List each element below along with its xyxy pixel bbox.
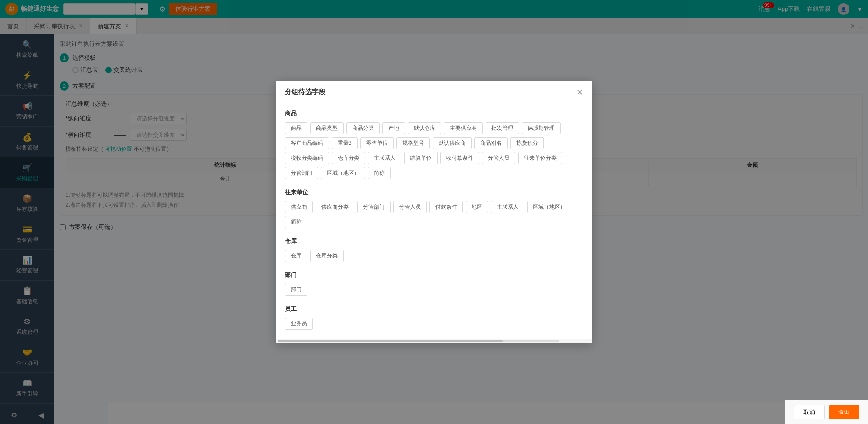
scroll-track xyxy=(278,340,559,342)
field-tag[interactable]: 业务员 xyxy=(285,318,313,330)
field-tag[interactable]: 收付款条件 xyxy=(440,152,479,164)
field-select-modal: 分组待选字段 ✕ 商品 商品 商品类型 商品分类 产地 默认仓库 主要供应商 批… xyxy=(276,81,592,343)
field-tag[interactable]: 供应商 xyxy=(285,201,313,213)
field-tag[interactable]: 供应商分类 xyxy=(316,201,354,213)
field-tag[interactable]: 产地 xyxy=(382,122,405,134)
field-tag[interactable]: 默认仓库 xyxy=(408,122,441,134)
field-tag[interactable]: 分管人员 xyxy=(482,152,515,164)
page-cancel-btn[interactable]: 取消 xyxy=(794,405,825,419)
field-tag[interactable]: 分管部门 xyxy=(357,201,391,213)
section-department-title: 部门 xyxy=(285,271,583,279)
page-bottom-actions: 取消 查询 xyxy=(785,400,868,424)
field-tag[interactable]: 仓库分类 xyxy=(310,250,344,262)
field-tag[interactable]: 商品分类 xyxy=(346,122,380,134)
field-tag[interactable]: 区域（地区） xyxy=(527,201,571,213)
modal-title: 分组待选字段 xyxy=(285,88,326,96)
field-tag[interactable]: 区域（地区） xyxy=(321,167,365,179)
section-department: 部门 部门 xyxy=(285,271,583,296)
section-goods: 商品 商品 商品类型 商品分类 产地 默认仓库 主要供应商 批次管理 保质期管理… xyxy=(285,110,583,179)
section-warehouse-tags: 仓库 仓库分类 xyxy=(285,250,583,262)
field-tag[interactable]: 简称 xyxy=(368,167,391,179)
field-tag[interactable]: 主联系人 xyxy=(491,201,524,213)
field-tag[interactable]: 部门 xyxy=(285,284,307,296)
page-confirm-btn[interactable]: 查询 xyxy=(829,405,859,419)
section-employee: 员工 业务员 xyxy=(285,305,583,330)
scroll-thumb[interactable] xyxy=(278,340,503,342)
section-partner-tags: 供应商 供应商分类 分管部门 分管人员 付款条件 地区 主联系人 区域（地区） … xyxy=(285,201,583,228)
field-tag[interactable]: 分管人员 xyxy=(393,201,427,213)
field-tag[interactable]: 批次管理 xyxy=(486,122,519,134)
section-warehouse-title: 仓库 xyxy=(285,237,583,245)
field-tag[interactable]: 规格型号 xyxy=(396,137,430,149)
section-goods-tags: 商品 商品类型 商品分类 产地 默认仓库 主要供应商 批次管理 保质期管理 客户… xyxy=(285,122,583,179)
field-tag[interactable]: 默认供应商 xyxy=(433,137,472,149)
section-employee-tags: 业务员 xyxy=(285,318,583,330)
field-tag[interactable]: 地区 xyxy=(466,201,488,213)
field-tag[interactable]: 主联系人 xyxy=(368,152,401,164)
field-tag[interactable]: 零售单位 xyxy=(360,137,394,149)
field-tag[interactable]: 主要供应商 xyxy=(444,122,483,134)
field-tag[interactable]: 商品 xyxy=(285,122,307,134)
field-tag[interactable]: 重量3 xyxy=(332,137,358,149)
modal-header: 分组待选字段 ✕ xyxy=(276,81,592,102)
field-tag[interactable]: 仓库 xyxy=(285,250,307,262)
modal-close-btn[interactable]: ✕ xyxy=(576,87,583,97)
field-tag[interactable]: 仓库分类 xyxy=(332,152,365,164)
field-tag[interactable]: 结算单位 xyxy=(404,152,438,164)
field-tag[interactable]: 付款条件 xyxy=(429,201,463,213)
field-tag[interactable]: 拣货积分 xyxy=(510,137,544,149)
modal-body: 商品 商品 商品类型 商品分类 产地 默认仓库 主要供应商 批次管理 保质期管理… xyxy=(276,102,592,339)
field-tag[interactable]: 客户商品编码 xyxy=(285,137,329,149)
section-goods-title: 商品 xyxy=(285,110,583,118)
field-tag[interactable]: 商品别名 xyxy=(474,137,508,149)
field-tag[interactable]: 往来单位分类 xyxy=(518,152,562,164)
section-partner: 往来单位 供应商 供应商分类 分管部门 分管人员 付款条件 地区 主联系人 区域… xyxy=(285,188,583,228)
section-partner-title: 往来单位 xyxy=(285,188,583,196)
section-employee-title: 员工 xyxy=(285,305,583,313)
modal-scroll-bar xyxy=(276,339,592,343)
field-tag[interactable]: 简称 xyxy=(285,216,307,228)
section-department-tags: 部门 xyxy=(285,284,583,296)
field-tag[interactable]: 保质期管理 xyxy=(522,122,561,134)
section-warehouse: 仓库 仓库 仓库分类 xyxy=(285,237,583,262)
field-tag[interactable]: 税收分类编码 xyxy=(285,152,329,164)
field-tag[interactable]: 商品类型 xyxy=(310,122,344,134)
field-tag[interactable]: 分管部门 xyxy=(285,167,318,179)
